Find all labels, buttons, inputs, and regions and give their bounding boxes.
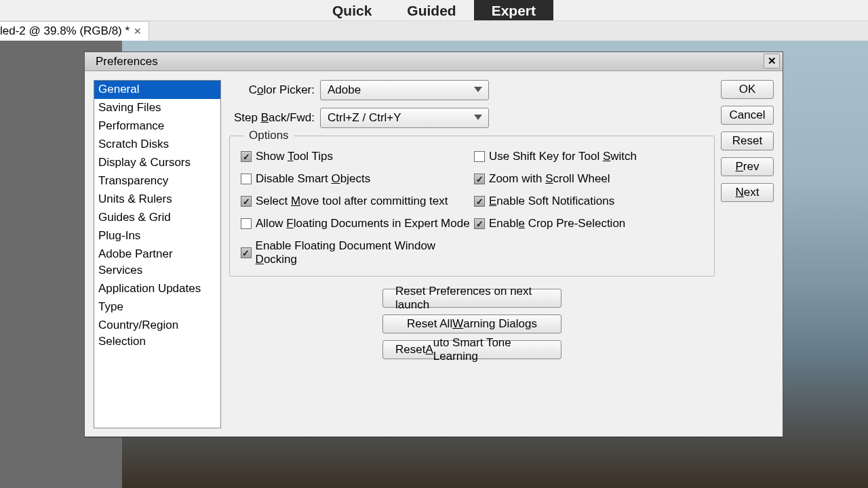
- category-item[interactable]: Country/Region Selection: [94, 317, 220, 351]
- category-item[interactable]: Guides & Grid: [94, 209, 220, 227]
- category-item[interactable]: Display & Cursors: [94, 154, 220, 172]
- reset-button[interactable]: Reset: [721, 131, 774, 150]
- reset-button[interactable]: Reset All Warning Dialogs: [382, 314, 561, 333]
- mode-expert[interactable]: Expert: [474, 0, 553, 20]
- option-checkbox[interactable]: Show Tool Tips: [241, 150, 474, 163]
- checkbox-box[interactable]: [474, 151, 485, 162]
- next-button[interactable]: Next: [721, 183, 774, 202]
- checkbox-box[interactable]: [474, 218, 485, 229]
- category-item[interactable]: Transparency: [94, 172, 220, 190]
- mode-quick[interactable]: Quick: [315, 0, 389, 20]
- chevron-down-icon: [474, 87, 482, 92]
- preferences-content: Color Picker: Adobe Step Back/Fwd: Ctrl+…: [229, 80, 715, 359]
- option-checkbox[interactable]: Select Move tool after committing text: [241, 195, 474, 208]
- color-picker-dropdown[interactable]: Adobe: [320, 80, 489, 100]
- checkbox-box[interactable]: [241, 151, 252, 162]
- checkbox-box[interactable]: [241, 196, 252, 207]
- option-checkbox[interactable]: Allow Floating Documents in Expert Mode: [241, 217, 474, 230]
- category-item[interactable]: Scratch Disks: [94, 136, 220, 154]
- category-item[interactable]: Plug-Ins: [94, 227, 220, 245]
- mode-bar: Quick Guided Expert: [0, 0, 868, 20]
- checkbox-box[interactable]: [241, 247, 252, 258]
- option-checkbox[interactable]: Zoom with Scroll Wheel: [474, 172, 703, 186]
- checkbox-label: Enable Floating Document Window Docking: [256, 239, 474, 266]
- option-checkbox[interactable]: Enable Soft Notifications: [474, 195, 703, 208]
- checkbox-label: Use Shift Key for Tool Switch: [489, 150, 637, 163]
- dialog-title-bar[interactable]: Preferences ✕: [85, 52, 783, 71]
- mode-guided[interactable]: Guided: [389, 0, 473, 20]
- category-item[interactable]: Performance: [94, 117, 220, 136]
- color-picker-label: Color Picker:: [229, 83, 315, 97]
- close-icon[interactable]: ✕: [134, 26, 142, 37]
- dialog-right-buttons: OKCancelResetPrevNext: [721, 80, 774, 202]
- ok-button[interactable]: OK: [721, 80, 774, 99]
- checkbox-label: Show Tool Tips: [256, 150, 333, 163]
- checkbox-box[interactable]: [474, 174, 485, 184]
- option-checkbox[interactable]: Use Shift Key for Tool Switch: [474, 150, 703, 163]
- cancel-button[interactable]: Cancel: [721, 106, 774, 125]
- options-fieldset: Options Show Tool TipsUse Shift Key for …: [229, 136, 715, 277]
- preferences-dialog: Preferences ✕ GeneralSaving FilesPerform…: [84, 52, 783, 437]
- dialog-close-button[interactable]: ✕: [764, 54, 780, 68]
- option-checkbox[interactable]: Enable Crop Pre-Selection: [474, 217, 703, 230]
- checkbox-label: Enable Crop Pre-Selection: [489, 217, 625, 230]
- prev-button[interactable]: Prev: [721, 157, 774, 176]
- document-tab-label: led-2 @ 39.8% (RGB/8) *: [0, 24, 130, 38]
- category-item[interactable]: Adobe Partner Services: [94, 245, 220, 280]
- checkbox-label: Zoom with Scroll Wheel: [489, 172, 610, 186]
- category-item[interactable]: Type: [94, 298, 220, 317]
- option-checkbox[interactable]: Disable Smart Objects: [241, 172, 474, 186]
- checkbox-box[interactable]: [241, 218, 252, 229]
- chevron-down-icon: [474, 115, 482, 120]
- checkbox-box[interactable]: [474, 196, 485, 207]
- document-tab-strip: led-2 @ 39.8% (RGB/8) * ✕: [0, 20, 868, 41]
- checkbox-label: Select Move tool after committing text: [256, 195, 448, 208]
- checkbox-label: Disable Smart Objects: [256, 172, 370, 186]
- category-list: GeneralSaving FilesPerformanceScratch Di…: [94, 80, 221, 428]
- category-item[interactable]: Saving Files: [94, 99, 220, 117]
- category-item[interactable]: Application Updates: [94, 280, 220, 298]
- document-tab[interactable]: led-2 @ 39.8% (RGB/8) * ✕: [0, 21, 149, 41]
- category-item[interactable]: Units & Rulers: [94, 190, 220, 209]
- checkbox-label: Allow Floating Documents in Expert Mode: [256, 217, 470, 230]
- reset-button[interactable]: Reset Auto Smart Tone Learning: [382, 340, 561, 359]
- dialog-title: Preferences: [96, 55, 158, 68]
- step-back-fwd-label: Step Back/Fwd:: [229, 111, 315, 125]
- checkbox-label: Enable Soft Notifications: [489, 195, 614, 208]
- checkbox-box[interactable]: [241, 174, 252, 184]
- reset-buttons-group: Reset Preferences on next launchReset Al…: [229, 289, 715, 359]
- options-legend: Options: [243, 129, 294, 142]
- category-item[interactable]: General: [94, 81, 220, 99]
- step-back-fwd-dropdown[interactable]: Ctrl+Z / Ctrl+Y: [320, 108, 489, 128]
- option-checkbox[interactable]: Enable Floating Document Window Docking: [241, 239, 474, 266]
- reset-button[interactable]: Reset Preferences on next launch: [382, 289, 561, 308]
